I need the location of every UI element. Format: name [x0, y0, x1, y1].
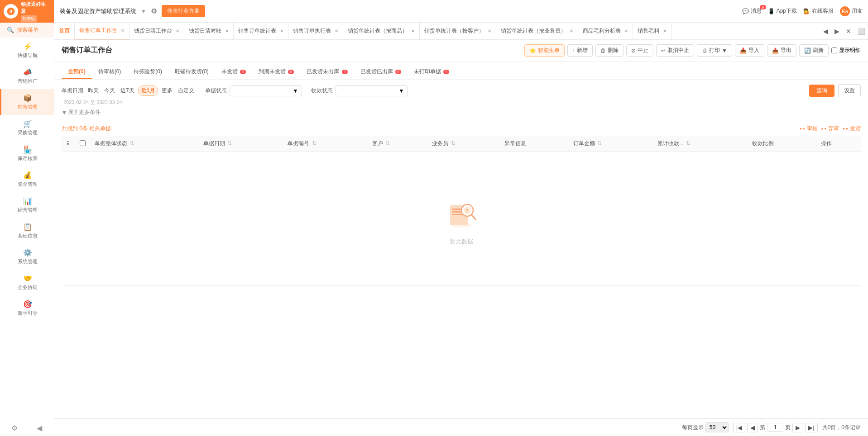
col-amount-header[interactable]: 订单金额 ⇅: [569, 136, 653, 152]
last-page-btn[interactable]: ▶|: [805, 423, 817, 432]
table-info: 共找到 0条 相关单据 ● 审核 ● 弃审 ● 发货: [62, 121, 861, 136]
tab-sales-by-product-close[interactable]: ✕: [411, 28, 415, 33]
filter-tab-all[interactable]: 全部(0): [62, 65, 92, 79]
suspend-btn[interactable]: ⊘ 中止: [626, 44, 653, 57]
tab-sales-by-staff[interactable]: 销货单统计表（按业务员） ✕: [496, 23, 578, 40]
tab-sales-stat-close[interactable]: ✕: [280, 28, 283, 33]
sidebar-collapse-btn[interactable]: ◀: [29, 424, 51, 432]
review-action[interactable]: ● 审核: [800, 125, 818, 133]
query-btn[interactable]: 查询: [809, 85, 834, 97]
tab-sales-exec[interactable]: 销售订单执行表 ✕: [288, 23, 343, 40]
show-detail-label[interactable]: 显示明细: [831, 47, 861, 54]
sidebar-item-purchase[interactable]: 🛒 采购管理: [0, 115, 54, 141]
tab-sales-by-customer-close[interactable]: ✕: [488, 28, 491, 33]
date-opt-more[interactable]: 更多: [160, 86, 174, 95]
industry-btn[interactable]: 体验行业方案: [162, 5, 205, 17]
sidebar-item-marketing[interactable]: 📣 营销推广: [0, 63, 54, 89]
sidebar-item-guide[interactable]: 🎯 新手引导: [0, 295, 54, 321]
page-size-label: 每页显示: [682, 424, 704, 431]
delete-btn[interactable]: 🗑 删除: [595, 44, 623, 57]
first-page-btn[interactable]: |◀: [733, 423, 745, 432]
export-btn[interactable]: 📤 导出: [767, 44, 796, 57]
select-all-checkbox[interactable]: [80, 140, 86, 146]
ai-generate-btn[interactable]: ⭐ 智能生单: [524, 44, 565, 57]
filter-tab-expired-label: 到期未发货: [259, 68, 286, 75]
date-opt-7days[interactable]: 近7天: [119, 86, 136, 95]
app-download-action[interactable]: 📱 App下载: [768, 7, 797, 15]
date-opt-custom[interactable]: 自定义: [176, 86, 196, 95]
payment-filter-select[interactable]: ▼: [336, 85, 408, 96]
filter-tab-pending-review[interactable]: 待审核(0): [92, 65, 128, 79]
abandon-review-action[interactable]: ● 弃审: [821, 125, 839, 133]
date-opt-today[interactable]: 今天: [102, 86, 117, 95]
date-opt-1month[interactable]: 近1月: [138, 85, 158, 96]
abandon-label: 弃审: [828, 125, 839, 133]
page-size-dropdown[interactable]: 20 50 100: [705, 422, 729, 432]
filter-tab-shipped-not-out[interactable]: 已发货未出库 0: [300, 65, 354, 79]
tab-sales-stat[interactable]: 销售订单统计表 ✕: [234, 23, 288, 40]
col-status-header[interactable]: 单据整体状态 ⇅: [90, 136, 199, 152]
sidebar-item-quick-nav[interactable]: ⚡ 快捷导航: [0, 38, 54, 63]
col-collected-header[interactable]: 累计收款... ⇅: [653, 136, 748, 152]
tab-sales-order-close[interactable]: ✕: [121, 28, 125, 33]
logo-title: 畅捷通好生意: [21, 1, 50, 14]
tab-gross-profit[interactable]: 商品毛利分析表 ✕: [578, 23, 633, 40]
online-service-action[interactable]: 💁 在线客服: [803, 7, 834, 15]
tab-gross-profit-close[interactable]: ✕: [624, 28, 628, 33]
tab-cash-daily-close[interactable]: ✕: [176, 28, 179, 33]
tab-sales-order[interactable]: 销售订单工作台 ✕: [75, 23, 129, 40]
tab-sales-profit-close[interactable]: ✕: [663, 28, 667, 33]
next-page-btn[interactable]: ▶: [792, 423, 803, 432]
filter-tab-shipped-out[interactable]: 已发货已出库 0: [354, 65, 408, 79]
tab-prev-btn[interactable]: ◀: [820, 26, 831, 37]
filter-tab-not-printed[interactable]: 未打印单据 0: [408, 65, 456, 79]
sidebar-item-search[interactable]: 🔍 搜索菜单: [0, 23, 54, 38]
filter-settings-btn[interactable]: 设置: [838, 84, 861, 97]
message-action[interactable]: 💬 消息 6: [742, 7, 762, 15]
sidebar-item-finance[interactable]: 💰 资金管理: [0, 166, 54, 192]
expand-filter-btn[interactable]: ▼ 展开更多条件: [62, 109, 101, 116]
sidebar-item-enterprise[interactable]: 🤝 企业协同: [0, 270, 54, 295]
tab-close-all-btn[interactable]: ✕: [843, 26, 854, 37]
tab-maximize-btn[interactable]: ⬜: [855, 26, 868, 37]
cancel-suspend-btn[interactable]: ↩ 取消中止: [656, 44, 694, 57]
import-btn[interactable]: 📥 导入: [735, 44, 764, 57]
col-customer-header[interactable]: 客户 ⇅: [368, 136, 428, 152]
sidebar-item-inventory[interactable]: 🏪 库存核算: [0, 141, 54, 166]
col-staff-header[interactable]: 业务员 ⇅: [427, 136, 499, 152]
sidebar-item-operation[interactable]: 📊 经营管理: [0, 192, 54, 218]
filter-tab-pending-inspect[interactable]: 待拣验货(0): [127, 65, 168, 79]
refresh-btn[interactable]: 🔄 刷新: [799, 44, 829, 57]
tab-sales-exec-close[interactable]: ✕: [335, 28, 338, 33]
date-opt-yesterday[interactable]: 昨天: [86, 86, 101, 95]
sidebar-settings-btn[interactable]: ⚙: [4, 424, 25, 432]
col-number-header[interactable]: 单据编号 ⇅: [283, 136, 367, 152]
filter-tab-wangpu[interactable]: 旺铺待发货(0): [168, 65, 215, 79]
sidebar-item-sales[interactable]: 📦 销售管理: [0, 89, 54, 115]
page-input[interactable]: [767, 423, 783, 432]
prev-page-btn[interactable]: ◀: [747, 423, 758, 432]
tab-cash-daily[interactable]: 钱货日清工作台 ✕: [129, 23, 184, 40]
user-action[interactable]: Ea 用友: [840, 6, 863, 16]
filter-tab-not-shipped[interactable]: 未发货 0: [215, 65, 252, 79]
filter-tab-expired[interactable]: 到期未发货 0: [252, 65, 300, 79]
tab-cash-reconcile[interactable]: 钱货日清对账 ✕: [184, 23, 234, 40]
tab-home[interactable]: 首页: [54, 23, 75, 40]
tab-cash-reconcile-close[interactable]: ✕: [225, 28, 229, 33]
add-btn[interactable]: + 新增: [567, 44, 593, 57]
sidebar-item-system[interactable]: ⚙️ 系统管理: [0, 244, 54, 270]
tab-next-btn[interactable]: ▶: [832, 26, 842, 37]
tab-sales-by-staff-close[interactable]: ✕: [570, 28, 573, 33]
print-btn[interactable]: 🖨 打印 ▼: [697, 44, 732, 57]
col-date-header[interactable]: 单据日期 ⇅: [199, 136, 283, 152]
status-filter-select[interactable]: ▼: [230, 85, 302, 96]
settings-gear-btn[interactable]: ⚙: [151, 7, 157, 15]
show-detail-checkbox[interactable]: [831, 47, 837, 53]
tab-sales-profit[interactable]: 销售毛利 ✕: [633, 23, 671, 40]
tab-sales-by-customer[interactable]: 销货单统计表（按客户） ✕: [420, 23, 496, 40]
filter-tab-shipped-not-out-label: 已发货未出库: [307, 68, 339, 75]
ship-action[interactable]: ● 发货: [843, 125, 861, 133]
tab-sales-by-product[interactable]: 销货单统计表（按商品） ✕: [343, 23, 420, 40]
sidebar-item-label: 系统管理: [18, 258, 38, 265]
sidebar-item-basic[interactable]: 📋 基础信息: [0, 218, 54, 244]
